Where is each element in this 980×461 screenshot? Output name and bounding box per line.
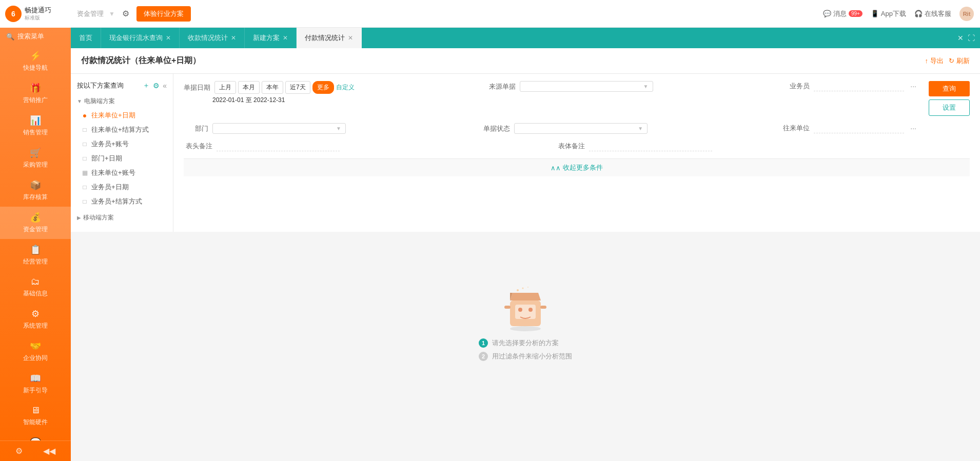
staff-ellipsis-icon[interactable]: ···	[908, 82, 918, 90]
bill-status-field: 单据状态 ▼	[481, 123, 648, 134]
tab-new-scheme[interactable]: 新建方案 ✕	[245, 28, 297, 48]
scheme-item-partner-date[interactable]: ● 往来单位+日期	[75, 108, 173, 123]
bill-status-select[interactable]: ▼	[514, 123, 648, 134]
partner-input[interactable]	[814, 123, 904, 133]
collapse-scheme-icon[interactable]: «	[163, 82, 167, 90]
query-button[interactable]: 查询	[929, 81, 970, 96]
payment-stat-tab-label: 付款情况统计	[305, 33, 345, 43]
collapse-sidebar-icon[interactable]: ◀◀	[43, 446, 55, 456]
receivable-close-icon[interactable]: ✕	[231, 34, 236, 42]
messages-badge: 99+	[849, 10, 863, 17]
user-avatar: Rit	[959, 7, 974, 21]
scheme-group-mobile-header[interactable]: ▶ 移动端方案	[71, 211, 173, 225]
collapse-bar[interactable]: ∧∧ 收起更多条件	[184, 158, 970, 176]
sidebar-item-inventory[interactable]: 📦 库存核算	[0, 174, 71, 207]
sidebar-item-label: 基础信息	[23, 289, 48, 298]
sidebar-item-weixin[interactable]: 💬 企业微信	[0, 432, 71, 440]
tab-close-all-icon[interactable]: ✕	[957, 34, 964, 42]
messages-item[interactable]: 💬 消息 99+	[823, 9, 863, 18]
settings-button[interactable]: 设置	[929, 99, 970, 116]
scheme-panel-actions: ＋ ⚙ «	[143, 81, 167, 90]
hint-2-text: 用过滤条件来缩小分析范围	[492, 352, 572, 361]
date-this-month-btn[interactable]: 本月	[238, 81, 260, 94]
app-download-label: App下载	[881, 9, 906, 18]
topbar-settings-icon[interactable]: ⚙	[122, 9, 129, 18]
topbar-right: 💬 消息 99+ 📱 App下载 🎧 在线客服 Rit	[823, 7, 974, 21]
scheme-item-dept-date[interactable]: □ 部门+日期	[75, 151, 173, 166]
quick-nav-icon: ⚡	[30, 50, 41, 62]
scheme-group-pc-header[interactable]: ▼ 电脑端方案	[71, 94, 173, 108]
scheme-panel-title: 按以下方案查询	[77, 81, 124, 90]
trial-btn[interactable]: 体验行业方案	[136, 6, 191, 22]
sidebar-nav: ⚡ 快捷导航 🎁 营销推广 📊 销售管理 🛒 采购管理 📦 库存核算 💰 资金管…	[0, 45, 71, 440]
staff-field: 业务员 ···	[785, 81, 918, 91]
sidebar-item-finance[interactable]: 💰 资金管理	[0, 207, 71, 239]
date-last-month-btn[interactable]: 上月	[214, 81, 236, 94]
source-select[interactable]: ▼	[520, 81, 653, 92]
scheme-item-partner-account[interactable]: ▦ 往来单位+账号	[75, 166, 173, 180]
table-body-note-input[interactable]	[589, 141, 712, 151]
partner-ellipsis-icon[interactable]: ···	[908, 124, 918, 132]
staff-input[interactable]	[814, 81, 904, 91]
tab-bank-flow[interactable]: 现金银行流水查询 ✕	[101, 28, 180, 48]
refresh-button[interactable]: ↻ 刷新	[949, 56, 970, 66]
tab-expand-icon[interactable]: ⛶	[968, 34, 975, 42]
svg-point-7	[517, 289, 519, 291]
hint-1-text: 请先选择要分析的方案	[492, 338, 559, 348]
sidebar-item-marketing[interactable]: 🎁 营销推广	[0, 77, 71, 110]
export-button[interactable]: ↑ 导出	[925, 56, 944, 66]
sidebar-item-guide[interactable]: 📖 新手引导	[0, 368, 71, 400]
dept-field: 部门 ▼	[184, 123, 346, 134]
tab-home[interactable]: 首页	[71, 28, 101, 48]
sidebar-item-quick-nav[interactable]: ⚡ 快捷导航	[0, 45, 71, 77]
messages-label: 消息	[833, 9, 847, 18]
date-custom-btn[interactable]: 自定义	[336, 83, 355, 92]
settings-footer-icon[interactable]: ⚙	[15, 446, 23, 456]
tabbar-actions: ✕ ⛶	[952, 28, 980, 48]
export-icon: ↑	[925, 57, 929, 65]
sidebar-item-basic[interactable]: 🗂 基础信息	[0, 271, 71, 303]
filter-row-1: 单据日期 上月 本月 本年 近7天 更多 自定义 2022-01-0	[184, 81, 970, 116]
sidebar-item-sales[interactable]: 📊 销售管理	[0, 110, 71, 142]
online-service-item[interactable]: 🎧 在线客服	[914, 9, 951, 18]
date-options: 上月 本月 本年 近7天 更多 自定义	[214, 81, 355, 94]
dept-select[interactable]: ▼	[212, 123, 346, 134]
user-avatar-item[interactable]: Rit	[959, 7, 974, 21]
date-this-year-btn[interactable]: 本年	[262, 81, 283, 94]
search-menu-label: 搜索菜单	[17, 32, 44, 41]
tab-receivable[interactable]: 收款情况统计 ✕	[180, 28, 245, 48]
source-field: 来源单据 ▼	[487, 81, 653, 92]
new-scheme-tab-label: 新建方案	[253, 33, 280, 43]
system-icon: ⚙	[31, 308, 40, 319]
scheme-item-staff-date[interactable]: □ 业务员+日期	[75, 180, 173, 194]
date-field: 单据日期 上月 本月 本年 近7天 更多 自定义 2022-01-0	[184, 81, 355, 105]
scheme-settings-icon[interactable]: ⚙	[153, 82, 160, 90]
add-scheme-icon[interactable]: ＋	[143, 81, 150, 90]
source-dropdown-icon: ▼	[643, 84, 649, 89]
sidebar-item-purchase[interactable]: 🛒 采购管理	[0, 142, 71, 174]
mobile-group-arrow-icon: ▶	[77, 215, 81, 221]
online-service-label: 在线客服	[925, 9, 951, 18]
table-head-note-input[interactable]	[217, 141, 340, 151]
sidebar-item-system[interactable]: ⚙ 系统管理	[0, 303, 71, 335]
search-menu[interactable]: 🔍 搜索菜单	[0, 28, 71, 45]
table-body-note-field: 表体备注	[556, 141, 712, 151]
tab-payment-stat[interactable]: 付款情况统计 ✕	[297, 28, 362, 48]
scheme-item-staff-account[interactable]: □ 业务员+账号	[75, 137, 173, 151]
date-last-7-btn[interactable]: 近7天	[285, 81, 310, 94]
bank-flow-close-icon[interactable]: ✕	[166, 34, 171, 42]
scheme-item-staff-settle[interactable]: □ 业务员+结算方式	[75, 194, 173, 209]
sales-icon: 📊	[30, 115, 41, 126]
weixin-icon: 💬	[30, 437, 41, 440]
app-download-item[interactable]: 📱 App下载	[871, 9, 906, 18]
collapse-label: 收起更多条件	[563, 163, 603, 172]
app-name-block: 畅捷通巧 标准版	[25, 6, 51, 22]
date-more-btn[interactable]: 更多	[312, 81, 334, 94]
new-scheme-close-icon[interactable]: ✕	[283, 34, 288, 42]
scheme-item-partner-settle[interactable]: □ 往来单位+结算方式	[75, 123, 173, 137]
sidebar-item-operations[interactable]: 📋 经营管理	[0, 239, 71, 271]
payment-stat-close-icon[interactable]: ✕	[348, 34, 353, 42]
sidebar-item-hardware[interactable]: 🖥 智能硬件	[0, 400, 71, 432]
empty-state: 1 请先选择要分析的方案 2 用过滤条件来缩小分析范围	[71, 234, 980, 402]
sidebar-item-corp[interactable]: 🤝 企业协同	[0, 335, 71, 368]
